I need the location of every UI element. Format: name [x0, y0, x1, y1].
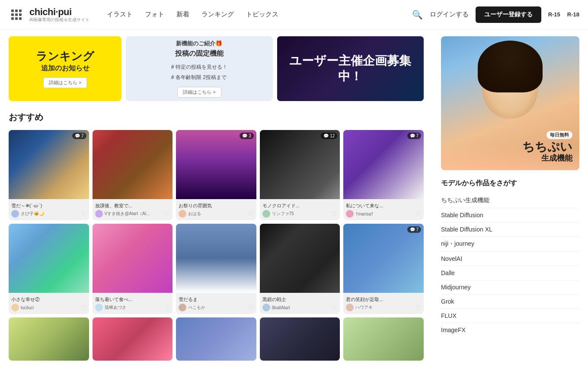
- image-thumbnail: [9, 130, 89, 199]
- image-card-bottom[interactable]: [176, 317, 256, 361]
- image-card-info: 放課後、教室で... Vすき焼き@Alart（Al... ♡: [93, 199, 173, 220]
- author-name: †marisa†: [355, 212, 415, 216]
- like-button[interactable]: ♡: [81, 304, 86, 311]
- banner-feature[interactable]: 新機能のご紹介🎁 投稿の固定機能 # 特定の投稿を見せる！ # 各年齢制限 2投…: [126, 36, 272, 101]
- register-button[interactable]: ユーザー登録する: [476, 6, 541, 23]
- image-card-info: 黒鎧の戦士 8ballAlart ♡: [260, 293, 340, 314]
- author-avatar: [95, 304, 103, 311]
- image-card[interactable]: 小さな幸せ② luciluci ♡: [9, 224, 89, 314]
- model-list-item[interactable]: Grok: [441, 295, 579, 309]
- banner-feature-btn[interactable]: 詳細はこちら >: [177, 87, 221, 98]
- image-card[interactable]: 雪だるま ぺこもか ♡: [176, 224, 256, 314]
- like-button[interactable]: ♡: [332, 210, 337, 217]
- image-card[interactable]: 黒鎧の戦士 8ballAlart ♡: [260, 224, 340, 314]
- image-card[interactable]: 💬 7 雪だ～❄(´·ω·`) さび子🐱🌙 ♡: [9, 130, 89, 220]
- age-r15-badge[interactable]: R-15: [548, 11, 560, 18]
- banner-feature-item1: # 特定の投稿を見せる！: [171, 62, 227, 72]
- model-list-item[interactable]: Dalle: [441, 266, 579, 280]
- logo[interactable]: chichi·pui AI画像専用の投稿＆生成サイト: [29, 6, 89, 23]
- image-author-row: おはる ♡: [179, 210, 254, 218]
- comment-badge: 💬 12: [321, 133, 337, 139]
- image-card-bottom[interactable]: [93, 317, 173, 361]
- model-section: モデルから作品をさがす ちちぷい生成機能Stable DiffusionStab…: [441, 179, 579, 337]
- image-title: 放課後、教室で...: [95, 203, 170, 209]
- image-card[interactable]: 放課後、教室で... Vすき焼き@Alart（Al... ♡: [93, 130, 173, 220]
- image-thumbnail-bottom: [93, 317, 173, 361]
- content-area: ランキング 追加のお知らせ 詳細はこちら > 新機能のご紹介🎁 投稿の固定機能 …: [0, 29, 432, 368]
- model-list-item[interactable]: niji・journey: [441, 237, 579, 252]
- nav-topics[interactable]: トピックス: [246, 10, 278, 19]
- image-card-bottom[interactable]: [9, 317, 89, 361]
- image-card-bottom[interactable]: [260, 317, 340, 361]
- image-card[interactable]: 💬 7 私について来な... †marisa† ♡: [343, 130, 424, 220]
- like-button[interactable]: ♡: [415, 304, 421, 311]
- nav-illust[interactable]: イラスト: [107, 10, 133, 19]
- model-list-item[interactable]: ちちぷい生成機能: [441, 193, 579, 208]
- image-title: 雪だ～❄(´·ω·`): [11, 203, 86, 209]
- main-nav: イラスト フォト 新着 ランキング トピックス: [107, 10, 412, 19]
- image-card[interactable]: 💬 7 君の笑顔が足取... ハワアキ ♡: [343, 224, 424, 314]
- sidebar-banner[interactable]: 毎日無料 ちちぷい 生成機能: [441, 36, 579, 170]
- like-button[interactable]: ♡: [248, 210, 254, 217]
- author-name: 8ballAlart: [272, 305, 332, 310]
- sidebar-banner-text: 毎日無料 ちちぷい 生成機能: [522, 131, 572, 163]
- banner-feature-subtitle: 投稿の固定機能: [175, 49, 224, 58]
- author-avatar: [11, 304, 19, 311]
- model-list-item[interactable]: ImageFX: [441, 323, 579, 337]
- image-card[interactable]: 💬 3 お祭りの雰囲気 おはる ♡: [176, 130, 256, 220]
- author-name: luciluci: [21, 305, 81, 310]
- image-author-row: ぺこもか ♡: [179, 304, 254, 311]
- hashtag-icon2: #: [171, 74, 174, 80]
- like-button[interactable]: ♡: [415, 210, 421, 217]
- comment-badge: 💬 3: [240, 133, 253, 139]
- model-list: ちちぷい生成機能Stable DiffusionStable Diffusion…: [441, 193, 579, 337]
- image-author-row: †marisa† ♡: [346, 210, 421, 218]
- banner-ranking[interactable]: ランキング 追加のお知らせ 詳細はこちら >: [9, 36, 121, 101]
- like-button[interactable]: ♡: [81, 210, 86, 217]
- banner-feature-content: 新機能のご紹介🎁 投稿の固定機能 # 特定の投稿を見せる！ # 各年齢制限 2投…: [166, 36, 233, 101]
- image-card[interactable]: 落ち着いて食べ... 茄稀あづさ ♡: [93, 224, 173, 314]
- banner-community[interactable]: ユーザー主催企画募集中！: [277, 36, 424, 101]
- model-list-item[interactable]: Stable Diffusion: [441, 208, 579, 222]
- author-avatar: [262, 304, 270, 311]
- like-button[interactable]: ♡: [164, 210, 170, 217]
- model-list-item[interactable]: FLUX: [441, 309, 579, 323]
- sidebar-banner-title: ちちぷい: [522, 141, 572, 153]
- model-list-item[interactable]: NovelAI: [441, 252, 579, 266]
- age-r18-badge[interactable]: R-18: [567, 11, 579, 18]
- like-button[interactable]: ♡: [332, 304, 337, 311]
- model-list-item[interactable]: Stable Diffusion XL: [441, 222, 579, 237]
- image-card-info: 雪だ～❄(´·ω·`) さび子🐱🌙 ♡: [9, 199, 89, 220]
- image-author-row: リンファ75 ♡: [262, 210, 338, 218]
- image-card-info: 私について来な... †marisa† ♡: [343, 199, 424, 220]
- login-button[interactable]: ログインする: [430, 10, 469, 19]
- nav-photo[interactable]: フォト: [145, 10, 164, 19]
- nav-new[interactable]: 新着: [176, 10, 189, 19]
- model-section-title: モデルから作品をさがす: [441, 179, 579, 188]
- image-title: モノクロアイド...: [262, 203, 338, 209]
- image-thumbnail: [9, 224, 89, 293]
- image-card-bottom[interactable]: [343, 317, 424, 361]
- recommend-section: おすすめ 💬 7 雪だ～❄(´·ω·`) さび子🐱🌙 ♡ 放課後、教室で... …: [9, 111, 424, 361]
- author-name: ハワアキ: [355, 304, 415, 311]
- image-card-info: お祭りの雰囲気 おはる ♡: [176, 199, 256, 220]
- author-name: さび子🐱🌙: [21, 211, 81, 217]
- like-button[interactable]: ♡: [164, 304, 170, 311]
- grid-menu-button[interactable]: [9, 7, 24, 22]
- nav-ranking[interactable]: ランキング: [201, 10, 234, 19]
- like-button[interactable]: ♡: [248, 304, 254, 311]
- logo-text: chichi·pui: [29, 6, 89, 18]
- image-thumbnail: [343, 224, 424, 293]
- search-button[interactable]: 🔍: [412, 10, 423, 20]
- author-avatar: [179, 304, 186, 311]
- model-list-item[interactable]: Midjourney: [441, 280, 579, 295]
- comment-badge: 💬 7: [407, 133, 421, 139]
- image-thumbnail: [176, 224, 256, 293]
- banner-ranking-btn[interactable]: 詳細はこちら >: [43, 77, 87, 88]
- sidebar-girl-image: 毎日無料 ちちぷい 生成機能: [441, 36, 579, 170]
- logo-subtitle: AI画像専用の投稿＆生成サイト: [29, 17, 89, 23]
- banner-community-content: ユーザー主催企画募集中！: [277, 46, 424, 92]
- image-thumbnail-bottom: [260, 317, 340, 361]
- banner-ranking-title: ランキング: [36, 49, 94, 64]
- image-card[interactable]: 💬 12 モノクロアイド... リンファ75 ♡: [260, 130, 340, 220]
